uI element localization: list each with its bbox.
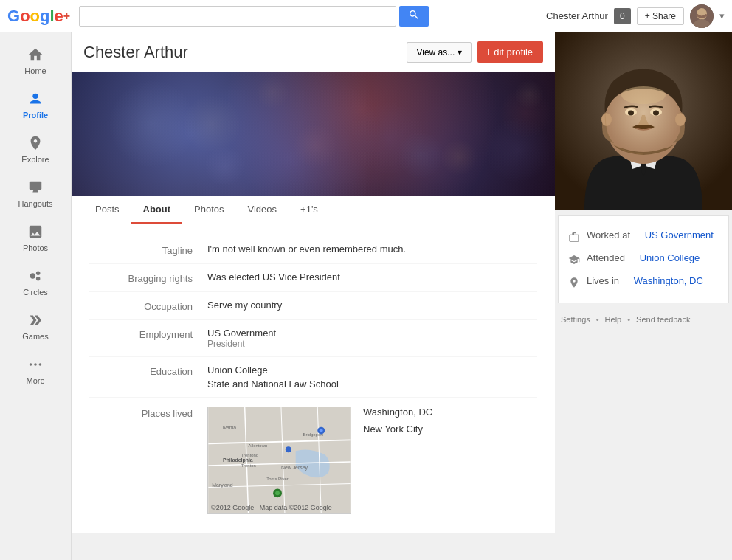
svg-point-43 [675, 113, 686, 126]
occupation-label: Occupation [89, 300, 207, 312]
dot1: • [596, 315, 599, 324]
school-icon [567, 253, 581, 266]
location-name: Washington, DC [634, 275, 703, 286]
education-school2: State and National Law School [207, 378, 537, 390]
school-prefix: Attended [587, 252, 625, 263]
more-icon [27, 356, 44, 373]
hangouts-icon [27, 179, 44, 196]
header: Google+ Chester Arthur 0 + Share ▾ [0, 0, 732, 32]
sidebar-label-hangouts: Hangouts [18, 199, 52, 208]
work-row: Worked at US Government [567, 225, 719, 248]
sidebar-label-games: Games [22, 332, 48, 341]
svg-text:lvania: lvania [223, 425, 236, 430]
map-copyright: ©2012 Google · Map data ©2012 Google [211, 504, 332, 511]
tabs-bar: Posts About Photos Videos +1's [72, 196, 555, 224]
education-school1: Union College [207, 364, 537, 376]
map-svg: lvania Maryland New Jersey Allentown Tre… [208, 407, 351, 513]
games-icon [27, 311, 44, 329]
view-as-button[interactable]: View as... ▾ [407, 42, 471, 63]
sidebar-label-explore: Explore [21, 155, 49, 164]
svg-text:Toms River: Toms River [266, 477, 289, 481]
tab-plus1[interactable]: +1's [289, 196, 330, 224]
about-row-employment: Employment US Government President [89, 320, 537, 357]
search-input[interactable] [79, 6, 396, 27]
sidebar-item-circles[interactable]: Circles [0, 260, 71, 304]
tab-posts[interactable]: Posts [83, 196, 131, 224]
circles-icon [27, 267, 44, 285]
footer-links: Settings • Help • Send feedback [555, 309, 732, 330]
info-card: Worked at US Government Attended Union C… [558, 215, 729, 303]
svg-point-3 [32, 94, 38, 99]
school-name: Union College [640, 252, 700, 263]
bragging-label: Bragging rights [89, 272, 207, 284]
avatar[interactable] [690, 4, 714, 28]
photos-icon [27, 223, 44, 241]
edit-profile-button[interactable]: Edit profile [477, 41, 543, 63]
work-org: US Government [645, 229, 714, 241]
sidebar-item-games[interactable]: Games [0, 304, 71, 348]
place-nyc: New York City [363, 424, 432, 435]
svg-point-8 [30, 363, 32, 366]
search-button[interactable] [399, 6, 429, 27]
sidebar-item-more[interactable]: More [0, 348, 71, 393]
sidebar-label-profile: Profile [23, 111, 48, 120]
svg-point-7 [36, 277, 40, 281]
help-link[interactable]: Help [605, 315, 622, 324]
work-prefix: Worked at [587, 229, 630, 241]
sidebar-item-photos[interactable]: Photos [0, 215, 71, 260]
sidebar: Home Profile Explore Hangouts Photos [0, 32, 72, 560]
svg-point-5 [30, 273, 35, 278]
svg-rect-4 [30, 182, 42, 190]
feedback-link[interactable]: Send feedback [636, 315, 690, 324]
svg-point-6 [36, 272, 40, 276]
cover-photo [72, 72, 555, 196]
location-icon [567, 276, 581, 289]
svg-point-30 [275, 491, 280, 495]
sidebar-label-home: Home [24, 66, 46, 75]
education-value: Union College State and National Law Sch… [207, 364, 537, 390]
sidebar-label-circles: Circles [23, 288, 48, 297]
profile-name: Chester Arthur [83, 43, 407, 62]
header-right: Chester Arthur 0 + Share ▾ [546, 4, 725, 28]
svg-point-37 [621, 86, 666, 104]
tab-about[interactable]: About [131, 196, 183, 224]
sidebar-item-home[interactable]: Home [0, 38, 71, 83]
main-layout: Home Profile Explore Hangouts Photos [0, 32, 732, 560]
places-label: Places lived [89, 407, 207, 419]
dropdown-arrow-icon[interactable]: ▾ [719, 10, 725, 21]
svg-point-41 [653, 111, 659, 116]
tagline-value: I'm not well known or even remembered mu… [207, 243, 537, 255]
settings-link[interactable]: Settings [561, 315, 590, 324]
sidebar-item-hangouts[interactable]: Hangouts [0, 171, 71, 215]
user-name: Chester Arthur [546, 10, 608, 21]
notification-button[interactable]: 0 [614, 8, 631, 24]
svg-point-1 [697, 8, 707, 20]
svg-text:New Jersey: New Jersey [281, 465, 308, 471]
about-row-tagline: Tagline I'm not well known or even remem… [89, 236, 537, 264]
about-row-bragging: Bragging rights Was elected US Vice Pres… [89, 264, 537, 292]
right-panel: Worked at US Government Attended Union C… [555, 32, 732, 560]
about-row-education: Education Union College State and Nation… [89, 357, 537, 398]
sidebar-item-explore[interactable]: Explore [0, 127, 71, 171]
location-prefix: Lives in [587, 275, 619, 286]
explore-icon [27, 134, 44, 152]
map-container: lvania Maryland New Jersey Allentown Tre… [207, 407, 351, 514]
tab-videos[interactable]: Videos [236, 196, 289, 224]
svg-point-33 [286, 446, 291, 452]
occupation-value: Serve my country [207, 300, 537, 311]
place-washington: Washington, DC [363, 407, 432, 418]
profile-header-bar: Chester Arthur View as... ▾ Edit profile [72, 32, 555, 72]
tab-photos[interactable]: Photos [182, 196, 235, 224]
svg-point-32 [320, 429, 323, 432]
svg-text:Trenton: Trenton [241, 463, 256, 468]
profile-photo [555, 32, 732, 210]
education-label: Education [89, 364, 207, 377]
sidebar-label-photos: Photos [23, 243, 48, 252]
share-button[interactable]: + Share [637, 7, 684, 25]
dot2: • [627, 315, 630, 324]
svg-text:Maryland: Maryland [212, 483, 233, 488]
sidebar-label-more: More [26, 376, 44, 385]
employment-title: President [207, 339, 537, 349]
sidebar-item-profile[interactable]: Profile [0, 83, 71, 127]
bragging-value: Was elected US Vice President [207, 272, 537, 283]
